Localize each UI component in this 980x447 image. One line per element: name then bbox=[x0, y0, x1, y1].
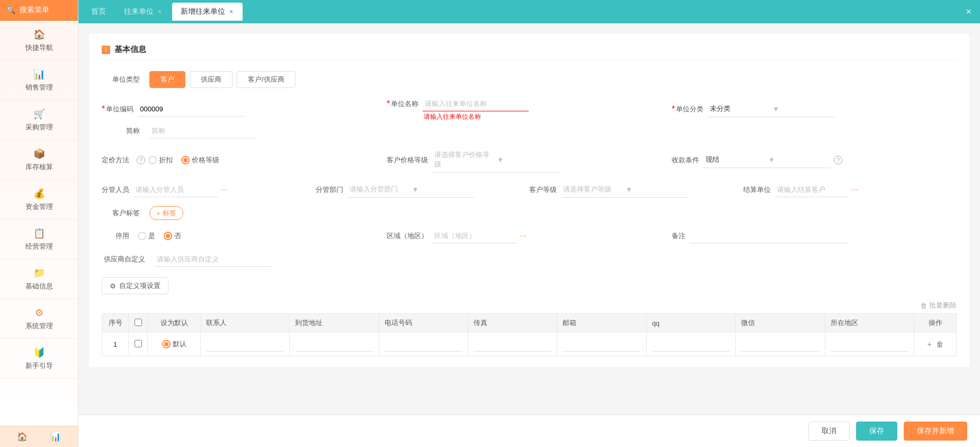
batch-delete-area: 🗑 批量删除 bbox=[102, 301, 957, 310]
save-new-button[interactable]: 保存并新增 bbox=[904, 422, 967, 441]
sidebar-item-quick-nav[interactable]: 🏠 快捷导航 bbox=[0, 21, 78, 60]
sidebar-item-purchase[interactable]: 🛒 采购管理 bbox=[0, 100, 78, 140]
row-add-icon[interactable]: + bbox=[927, 340, 931, 348]
disable-radio-group: 是 否 bbox=[138, 231, 181, 241]
row-region[interactable] bbox=[825, 332, 914, 356]
tab-partners-close[interactable]: × bbox=[157, 8, 163, 15]
supplier-custom-input[interactable] bbox=[155, 252, 271, 267]
row-default-dot bbox=[162, 340, 171, 348]
tab-partners[interactable]: 往来单位 × bbox=[115, 3, 171, 21]
tab-new-partner-label: 新增往来单位 bbox=[181, 7, 225, 16]
disable-yes-label: 是 bbox=[148, 231, 155, 241]
tab-new-partner-close[interactable]: × bbox=[228, 8, 234, 15]
row-contact[interactable] bbox=[201, 332, 290, 356]
customer-level-select[interactable]: 请选择客户等级 ▼ bbox=[561, 181, 688, 198]
col-region: 所在地区 bbox=[825, 314, 914, 332]
unit-category-select[interactable]: 未分类 ▼ bbox=[708, 101, 835, 117]
select-all-checkbox[interactable] bbox=[135, 319, 142, 326]
unit-btn-both[interactable]: 客户/供应商 bbox=[237, 71, 296, 88]
settlement-field: 结算单位 ··· bbox=[743, 182, 957, 197]
row-wechat-input[interactable] bbox=[741, 337, 819, 352]
pricing-discount[interactable]: 折扣 bbox=[148, 155, 173, 165]
cancel-button[interactable]: 取消 bbox=[808, 422, 850, 441]
customer-level-placeholder: 请选择客户等级 bbox=[563, 185, 623, 194]
sidebar-item-sales[interactable]: 📊 销售管理 bbox=[0, 60, 78, 100]
save-button[interactable]: 保存 bbox=[856, 422, 897, 441]
manager-input[interactable] bbox=[133, 182, 218, 197]
row-fax[interactable] bbox=[468, 332, 557, 356]
row-phone[interactable] bbox=[379, 332, 468, 356]
pricing-help-icon[interactable]: ? bbox=[137, 156, 145, 164]
row-default-radio[interactable]: 默认 bbox=[153, 339, 195, 349]
row-contact-input[interactable] bbox=[206, 337, 284, 352]
remark-input[interactable] bbox=[690, 229, 849, 243]
sidebar-search[interactable]: 🔍 搜索菜单 bbox=[0, 0, 78, 21]
row-email[interactable] bbox=[557, 332, 646, 356]
disable-no[interactable]: 否 bbox=[164, 231, 181, 241]
remark-field: 备注 bbox=[672, 229, 957, 243]
region-input[interactable] bbox=[432, 229, 517, 243]
disable-yes[interactable]: 是 bbox=[138, 231, 155, 241]
row-checkbox[interactable] bbox=[135, 340, 142, 347]
sidebar-item-system[interactable]: ⚙ 系统管理 bbox=[0, 299, 78, 339]
tab-new-partner[interactable]: 新增往来单位 × bbox=[172, 3, 243, 21]
sidebar-item-inventory[interactable]: 📦 库存核算 bbox=[0, 140, 78, 180]
row-fax-input[interactable] bbox=[474, 337, 551, 352]
unit-code-input[interactable] bbox=[138, 102, 244, 117]
sidebar-label-purchase: 采购管理 bbox=[25, 122, 53, 132]
payment-condition-select[interactable]: 现结 ▼ bbox=[703, 152, 831, 168]
row-qq-input[interactable] bbox=[652, 337, 730, 352]
col-qq: qq bbox=[646, 314, 736, 332]
sidebar-item-finance[interactable]: 💰 资金管理 bbox=[0, 180, 78, 220]
payment-condition-value: 现结 bbox=[706, 155, 766, 164]
row-wechat[interactable] bbox=[736, 332, 825, 356]
custom-settings-area: ⚙ 自定义项设置 bbox=[102, 277, 957, 294]
col-checkbox bbox=[129, 314, 148, 332]
row-qq[interactable] bbox=[646, 332, 736, 356]
row-address[interactable] bbox=[290, 332, 379, 356]
region-ellipsis[interactable]: ··· bbox=[517, 231, 528, 241]
sidebar-label-quick-nav: 快捷导航 bbox=[25, 43, 53, 52]
unit-category-field: * 单位分类 未分类 ▼ bbox=[672, 97, 957, 121]
sidebar-search-label: 搜索菜单 bbox=[20, 5, 49, 15]
unit-btn-customer[interactable]: 客户 bbox=[149, 71, 185, 88]
customer-price-level-select[interactable]: 请选择客户价格等级 ▼ bbox=[432, 147, 559, 173]
tab-bar-close-button[interactable]: × bbox=[961, 6, 976, 17]
row-region-input[interactable] bbox=[831, 337, 908, 352]
payment-help-icon[interactable]: ? bbox=[834, 156, 842, 164]
row-delete-icon[interactable]: 🗑 bbox=[936, 340, 943, 348]
department-select[interactable]: 请输入分管部门 ▼ bbox=[348, 181, 475, 198]
tab-bar: 首页 往来单位 × 新增往来单位 × × bbox=[78, 0, 980, 23]
unit-btn-supplier[interactable]: 供应商 bbox=[190, 71, 233, 88]
section-title-icon: i bbox=[102, 46, 110, 54]
sidebar-item-operations[interactable]: 📋 经营管理 bbox=[0, 220, 78, 259]
custom-settings-label: 自定义项设置 bbox=[119, 281, 161, 291]
sidebar-item-basic-info[interactable]: 📁 基础信息 bbox=[0, 259, 78, 299]
disable-no-dot bbox=[164, 232, 172, 240]
row-address-input[interactable] bbox=[295, 337, 373, 352]
department-placeholder: 请输入分管部门 bbox=[350, 185, 410, 194]
price-level-label: 价格等级 bbox=[192, 155, 219, 165]
tag-add-button[interactable]: + 标签 bbox=[149, 206, 183, 220]
price-level-radio-dot bbox=[181, 156, 190, 164]
sidebar-item-guide[interactable]: 🔰 新手引导 bbox=[0, 339, 78, 379]
discount-radio-dot bbox=[148, 156, 157, 164]
settlement-ellipsis[interactable]: ··· bbox=[849, 185, 860, 195]
row-default-label: 默认 bbox=[173, 339, 186, 349]
sidebar-bottom-icon1[interactable]: 🏠 bbox=[17, 432, 28, 442]
manager-ellipsis[interactable]: ··· bbox=[218, 185, 229, 195]
custom-settings-button[interactable]: ⚙ 自定义项设置 bbox=[102, 277, 168, 294]
unit-code-field: * 单位编码 bbox=[102, 97, 387, 121]
batch-delete-button[interactable]: 🗑 批量删除 bbox=[920, 301, 957, 310]
sidebar-bottom-icon2[interactable]: 📊 bbox=[50, 432, 61, 442]
settlement-input[interactable] bbox=[775, 182, 849, 197]
pricing-price-level[interactable]: 价格等级 bbox=[181, 155, 219, 165]
tab-home[interactable]: 首页 bbox=[83, 3, 114, 21]
trash-icon: 🗑 bbox=[920, 302, 927, 310]
row-email-input[interactable] bbox=[563, 337, 640, 352]
unit-name-input[interactable] bbox=[423, 97, 529, 111]
row-phone-input[interactable] bbox=[385, 337, 462, 352]
abbr-input[interactable] bbox=[149, 124, 255, 138]
system-icon: ⚙ bbox=[33, 306, 46, 319]
col-address: 到货地址 bbox=[290, 314, 379, 332]
